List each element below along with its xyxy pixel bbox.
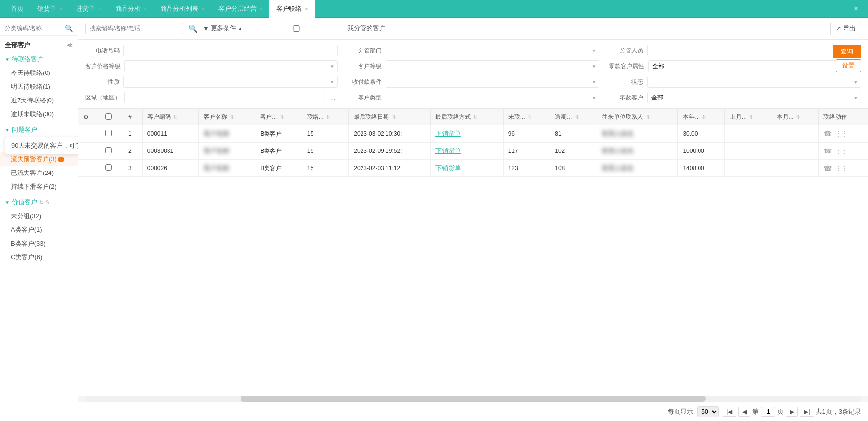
tab-purchase[interactable]: 进货单 × xyxy=(69,0,108,18)
tab-purchase-close[interactable]: × xyxy=(98,6,101,12)
customer-type-select[interactable] xyxy=(386,92,600,103)
tab-customer-contact-close[interactable]: × xyxy=(305,6,308,12)
row-checkbox[interactable] xyxy=(105,130,112,136)
sidebar-group-problem-title[interactable]: ▼ 问题客户 xyxy=(0,123,78,137)
action-more-icon[interactable]: ⋮⋮ xyxy=(835,147,848,155)
tab-sales-close[interactable]: × xyxy=(59,6,62,12)
col-this-year[interactable]: 本年... ⇅ xyxy=(678,109,725,125)
per-page-label: 每页显示 xyxy=(668,407,693,416)
action-contact-icon[interactable]: ☎ xyxy=(823,130,832,138)
tab-customer-tier[interactable]: 客户分层经营 × xyxy=(212,0,269,18)
zero-attr-select[interactable]: 全部 xyxy=(648,60,861,72)
last-page-button[interactable]: ▶| xyxy=(800,407,814,417)
tab-analysis-list[interactable]: 商品分析列表 × xyxy=(153,0,211,18)
sidebar-item-class-b[interactable]: B类客户(33) xyxy=(0,237,78,250)
my-customers-checkbox[interactable] xyxy=(247,25,345,32)
value-refresh-icon[interactable]: ↻ xyxy=(39,199,44,206)
payment-select[interactable] xyxy=(386,76,600,88)
area-dots[interactable]: ... xyxy=(328,94,338,101)
sidebar-item-ungrouped[interactable]: 未分组(32) xyxy=(0,209,78,223)
row-last-method[interactable]: 下销货单 xyxy=(430,125,503,143)
row-last-method[interactable]: 下销货单 xyxy=(430,160,503,177)
tab-customer-tier-close[interactable]: × xyxy=(260,6,263,12)
col-this-month[interactable]: 本月... ⇅ xyxy=(772,109,819,125)
search-button[interactable]: 🔍 xyxy=(188,24,198,33)
sidebar-item-class-a[interactable]: A类客户(1) xyxy=(0,223,78,237)
sidebar-item-today[interactable]: 今天待联络(0) xyxy=(0,66,78,80)
my-customers-checkbox-label[interactable]: 我分管的客户 xyxy=(247,24,386,33)
sidebar-all-label: 全部客户 xyxy=(5,41,30,50)
row-not-contacted: 96 xyxy=(503,125,550,143)
row-last-date: 2023-02-09 19:52: xyxy=(349,143,431,160)
col-last-month[interactable]: 上月... ⇅ xyxy=(724,109,772,125)
horizontal-scrollbar[interactable] xyxy=(85,396,861,402)
row-name: 客户名称 xyxy=(198,125,255,143)
sidebar-item-overdue[interactable]: 逾期未联络(30) xyxy=(0,107,78,121)
sidebar-all-customers[interactable]: 全部客户 ≪ xyxy=(0,38,78,52)
tab-analysis-list-close[interactable]: × xyxy=(201,6,204,12)
phone-input[interactable] xyxy=(123,45,338,56)
window-close-button[interactable]: × xyxy=(848,4,864,13)
col-contact[interactable]: 联络... ⇅ xyxy=(302,109,349,125)
dept-select[interactable] xyxy=(386,45,600,56)
sidebar-item-7days[interactable]: 近7天待联络(0) xyxy=(0,94,78,107)
col-last-date[interactable]: 最后联络日期 ⇅ xyxy=(349,109,431,125)
sidebar-item-churned[interactable]: 已流失客户(24) xyxy=(0,166,78,180)
col-code[interactable]: 客户编码 ⇅ xyxy=(142,109,198,125)
customer-level-label: 客户等级 xyxy=(347,62,382,71)
gender-select[interactable] xyxy=(123,76,338,88)
filter-row-gender: 性质 ▼ xyxy=(85,76,338,88)
status-select[interactable] xyxy=(647,76,861,88)
export-button[interactable]: ↗ 导出 xyxy=(830,22,861,35)
row-code: 000026 xyxy=(142,160,198,177)
select-all-checkbox[interactable] xyxy=(105,113,112,120)
col-overdue[interactable]: 逾期... ⇅ xyxy=(550,109,597,125)
more-conditions-link[interactable]: ▼ 更多条件 ▲ xyxy=(203,24,242,33)
customer-level-select[interactable] xyxy=(386,60,600,72)
search-input[interactable] xyxy=(85,23,183,34)
col-last-method[interactable]: 最后联络方式 ⇅ xyxy=(430,109,503,125)
row-checkbox[interactable] xyxy=(105,164,112,171)
col-name[interactable]: 客户名称 ⇅ xyxy=(198,109,255,125)
filter-row-price-level: 客户价格等级 ▼ xyxy=(85,60,338,72)
page-label: 第 xyxy=(752,407,759,416)
col-not-contacted[interactable]: 未联... ⇅ xyxy=(503,109,550,125)
query-button[interactable]: 查询 xyxy=(833,45,861,58)
tab-analysis[interactable]: 商品分析 × xyxy=(108,0,153,18)
zero-customer-select[interactable]: 全部 xyxy=(647,92,861,103)
prev-page-button[interactable]: ◀ xyxy=(738,407,750,417)
sidebar-item-class-c[interactable]: C类客户(6) xyxy=(0,250,78,264)
sidebar-item-declining[interactable]: 持续下滑客户(2) xyxy=(0,180,78,194)
status-select-wrap: ▼ xyxy=(647,76,861,88)
per-page-select[interactable]: 50 xyxy=(697,406,719,417)
sidebar-item-tomorrow[interactable]: 明天待联络(1) xyxy=(0,80,78,94)
first-page-button[interactable]: |◀ xyxy=(723,407,736,417)
row-checkbox[interactable] xyxy=(105,147,112,153)
sidebar-item-churn-warning[interactable]: 流失预警客户(3) ! xyxy=(0,152,78,166)
row-action: ☎ ⋮⋮ xyxy=(819,160,868,177)
row-last-method[interactable]: 下销货单 xyxy=(430,143,503,160)
col-settings[interactable]: ⚙ xyxy=(78,109,100,125)
action-contact-icon[interactable]: ☎ xyxy=(823,147,832,155)
value-edit-icon[interactable]: ✎ xyxy=(46,199,50,206)
action-more-icon[interactable]: ⋮⋮ xyxy=(835,130,848,138)
customer-type-label: 客户类型 xyxy=(347,94,382,102)
col-type[interactable]: 客户... ⇅ xyxy=(255,109,302,125)
export-icon: ↗ xyxy=(836,25,841,32)
col-unit-contact[interactable]: 往来单位联系人 ⇅ xyxy=(597,109,678,125)
manager-input[interactable] xyxy=(647,45,848,56)
tab-analysis-close[interactable]: × xyxy=(144,6,146,12)
settings-button[interactable]: 设置 xyxy=(836,59,861,72)
sidebar-group-pending-title[interactable]: ▼ 待联络客户 xyxy=(0,52,78,66)
area-input[interactable] xyxy=(124,92,324,103)
tab-customer-contact[interactable]: 客户联络 × xyxy=(269,0,314,18)
tab-sales[interactable]: 销货单 × xyxy=(30,0,69,18)
sidebar-search-input[interactable] xyxy=(5,25,63,32)
next-page-button[interactable]: ▶ xyxy=(786,407,798,417)
action-contact-icon[interactable]: ☎ xyxy=(823,164,832,172)
sidebar-group-value-title[interactable]: ▼ 价值客户 ↻ ✎ xyxy=(0,196,78,209)
action-more-icon[interactable]: ⋮⋮ xyxy=(835,164,848,172)
price-level-select[interactable] xyxy=(124,60,338,72)
tab-home[interactable]: 首页 xyxy=(4,0,30,18)
page-input[interactable] xyxy=(761,407,775,417)
